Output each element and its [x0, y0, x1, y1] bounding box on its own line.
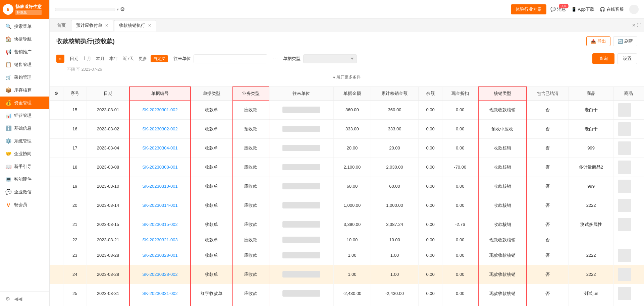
table-row[interactable]: 23 2023-03-28 SK-20230328-001 收款单 应收款 ██…: [50, 246, 644, 265]
date-7days-btn[interactable]: 近7天: [121, 55, 135, 62]
table-row[interactable]: 19 2023-03-10 SK-20230310-001 收款单 应收款 ██…: [50, 177, 644, 196]
sidebar-item-basic[interactable]: ℹ️ 基础信息: [0, 122, 49, 135]
refresh-icon: 🔄: [618, 39, 623, 44]
doc-no-link[interactable]: SK-20230310-001: [142, 184, 178, 189]
sidebar-item-search[interactable]: 🔍 搜索菜单: [0, 20, 49, 33]
refresh-button[interactable]: 🔄 刷新: [613, 36, 637, 46]
dropdown-arrow-icon[interactable]: ▾: [117, 7, 119, 12]
cell-docno[interactable]: SK-20230314-001: [129, 196, 191, 215]
cell-docno[interactable]: SK-20230302-002: [129, 119, 191, 138]
cell-totaloffset: -2,430.00: [371, 284, 419, 303]
col-settings-header[interactable]: ⚙: [50, 87, 63, 100]
cell-docno[interactable]: SK-20230328-002: [129, 265, 191, 284]
export-button[interactable]: 📤 导出: [586, 36, 610, 46]
doc-no-link[interactable]: SK-20230331-002: [142, 291, 178, 296]
sidebar-item-inventory[interactable]: 📦 库存核算: [0, 84, 49, 97]
collapse-icon[interactable]: ◀◀: [14, 296, 22, 302]
maximize-icon[interactable]: ⛶: [637, 23, 641, 28]
cell-doctype: 收款单: [191, 177, 233, 196]
cell-cashdiscount: 0.00: [442, 119, 478, 138]
solution-button[interactable]: 体验行业方案: [511, 4, 546, 14]
cell-docno[interactable]: SK-20230304-001: [129, 138, 191, 158]
table-row[interactable]: 18 2023-03-08 SK-20230308-001 收款单 应收款 ██…: [50, 158, 644, 177]
col-goods2-header: 商品: [613, 87, 644, 100]
doc-type-select[interactable]: [303, 54, 357, 63]
sidebar-item-quick[interactable]: 🏠 快捷导航: [0, 33, 49, 46]
cell-docno[interactable]: SK-20230301-002: [129, 100, 191, 119]
sidebar-item-enterprise[interactable]: 🤝 企业协同: [0, 147, 49, 160]
sidebar-item-system[interactable]: ⚙️ 系统管理: [0, 135, 49, 147]
sidebar-item-hardware[interactable]: 💻 智能硬件: [0, 173, 49, 186]
close-window-icon[interactable]: ✕: [632, 23, 636, 28]
sidebar-item-operation[interactable]: 📊 经营管理: [0, 109, 49, 122]
tab-collection[interactable]: 收款核销执行 ✕: [114, 20, 156, 32]
date-custom-btn[interactable]: 自定义: [151, 55, 168, 62]
table-row[interactable]: 21 2023-03-15 SK-20230315-002 收款单 应收款 ██…: [50, 215, 644, 234]
cell-date: 2023-04-03: [87, 303, 129, 306]
table-row[interactable]: 22 2023-03-21 SK-20230321-003 收款单 应收款 ██…: [50, 234, 644, 246]
table-row[interactable]: 26 2023-04-03 SK-20230403-002 收款单 预收款 ██…: [50, 303, 644, 306]
doc-no-link[interactable]: SK-20230304-001: [142, 145, 178, 150]
app-download-button[interactable]: 📱 App下载: [571, 6, 594, 12]
filter-toggle-button[interactable]: »: [56, 55, 64, 63]
table-row[interactable]: 25 2023-03-31 SK-20230331-002 红字收款单 应收款 …: [50, 284, 644, 303]
online-service-button[interactable]: 🎧 在线客服: [600, 6, 624, 12]
cell-amount: 60.00: [334, 177, 371, 196]
date-this-month-btn[interactable]: 本月: [95, 55, 106, 62]
doc-no-link[interactable]: SK-20230315-002: [142, 222, 178, 227]
settings-bottom-icon[interactable]: ⚙: [5, 296, 10, 302]
tab-pending-close-icon[interactable]: ✕: [105, 23, 108, 28]
expand-conditions-btn[interactable]: ▾ 展开更多条件: [56, 72, 637, 82]
cell-docno[interactable]: SK-20230321-003: [129, 234, 191, 246]
cell-docno[interactable]: SK-20230310-001: [129, 177, 191, 196]
cell-docno[interactable]: SK-20230403-002: [129, 303, 191, 306]
doc-no-link[interactable]: SK-20230328-002: [142, 272, 178, 277]
doc-no-link[interactable]: SK-20230321-003: [142, 237, 178, 242]
cell-amount: 333.00: [334, 119, 371, 138]
cell-docno[interactable]: SK-20230331-002: [129, 284, 191, 303]
doc-no-link[interactable]: SK-20230328-001: [142, 253, 178, 258]
sidebar-item-marketing[interactable]: 📢 营销推广: [0, 46, 49, 58]
doc-type-filter-group: 单据类型: [283, 54, 357, 63]
tab-collection-close-icon[interactable]: ✕: [148, 23, 151, 28]
doc-no-link[interactable]: SK-20230301-002: [142, 107, 178, 112]
user-avatar[interactable]: [629, 5, 639, 14]
sidebar-item-finance[interactable]: 💰 资金管理: [0, 97, 49, 109]
cell-docno[interactable]: SK-20230315-002: [129, 215, 191, 234]
table-row[interactable]: 15 2023-03-01 SK-20230301-002 收款单 应收款 ██…: [50, 100, 644, 119]
cell-balance: 0.00: [419, 119, 442, 138]
breadcrumb-input[interactable]: [55, 8, 115, 11]
topbar-gear-icon[interactable]: ⚙: [120, 6, 125, 12]
doc-no-link[interactable]: SK-20230302-002: [142, 126, 178, 131]
cell-includesettled: 否: [527, 196, 569, 215]
sidebar-item-sales[interactable]: 📋 销售管理: [0, 58, 49, 71]
date-more-btn[interactable]: 更多: [137, 55, 149, 62]
table-row[interactable]: 24 2023-03-28 SK-20230328-002 收款单 应收款 ██…: [50, 265, 644, 284]
cell-balance: 0.00: [419, 234, 442, 246]
doc-no-link[interactable]: SK-20230314-001: [142, 203, 178, 208]
query-button[interactable]: 查询: [592, 53, 614, 64]
date-prev-month-btn[interactable]: 上月: [81, 55, 93, 62]
tab-home[interactable]: 首页: [52, 20, 70, 31]
sidebar-item-purchase[interactable]: 🛒 采购管理: [0, 71, 49, 84]
table-row[interactable]: 17 2023-03-04 SK-20230304-001 收款单 应收款 ██…: [50, 138, 644, 158]
table-row[interactable]: 16 2023-03-02 SK-20230302-002 收款单 预收款 ██…: [50, 119, 644, 138]
cell-includesettled: 否: [527, 138, 569, 158]
content-header: 收款核销执行(按收款) 📤 导出 🔄 刷新: [50, 32, 644, 49]
tab-pending[interactable]: 预计应收付单 ✕: [71, 20, 113, 31]
cell-goods2: [613, 177, 644, 196]
table-row[interactable]: 20 2023-03-14 SK-20230314-001 收款单 应收款 ██…: [50, 196, 644, 215]
cell-docno[interactable]: SK-20230308-001: [129, 158, 191, 177]
table-settings-icon[interactable]: ⚙: [54, 91, 58, 96]
messages-button[interactable]: 💬 消息 99+: [550, 6, 566, 12]
sidebar-item-member[interactable]: V 畅会员: [0, 198, 49, 211]
sidebar-item-wechat[interactable]: 💬 企业微信: [0, 186, 49, 198]
sidebar-item-guide[interactable]: 📖 新手引导: [0, 160, 49, 173]
cell-includesettled: 否: [527, 158, 569, 177]
doc-no-link[interactable]: SK-20230308-001: [142, 165, 178, 170]
filter-settings-button[interactable]: 设置: [617, 53, 637, 64]
partner-input[interactable]: [194, 54, 267, 63]
cell-docno[interactable]: SK-20230328-001: [129, 246, 191, 265]
filter-more-dots[interactable]: ···: [273, 55, 278, 62]
date-this-year-btn[interactable]: 本年: [108, 55, 119, 62]
